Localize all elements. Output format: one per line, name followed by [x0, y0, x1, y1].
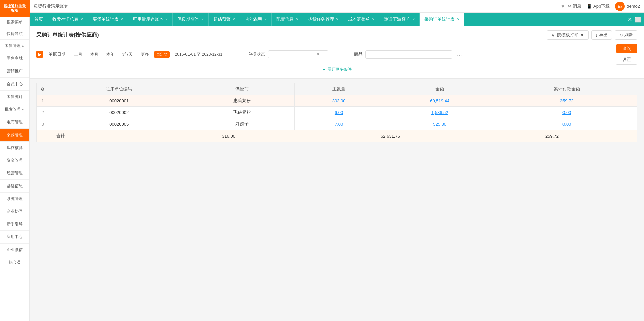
- tab-cost-adjust[interactable]: 成本调整单 ×: [343, 13, 379, 26]
- paid-link[interactable]: 0.00: [562, 110, 571, 115]
- sidebar-item-ecommerce[interactable]: 电商管理: [0, 116, 29, 129]
- amount-link[interactable]: 60,519.44: [430, 98, 449, 103]
- expand-button[interactable]: ▼ 展开更多条件: [322, 67, 352, 72]
- sidebar-item-label: 零售管理: [5, 43, 21, 49]
- refresh-button[interactable]: ↻ 刷新: [615, 30, 637, 40]
- tab-home[interactable]: 首页: [30, 13, 48, 26]
- qty-link[interactable]: 303.00: [332, 98, 346, 103]
- tab-label: 功能说明: [245, 16, 262, 22]
- close-icon[interactable]: ×: [165, 17, 168, 22]
- tab-label: 邀请下游客户: [384, 16, 410, 22]
- amount-link[interactable]: 1,586.52: [431, 110, 448, 115]
- export-icon: ↓: [596, 33, 598, 38]
- paid-link[interactable]: 259.72: [560, 98, 574, 103]
- date-pill-this-month[interactable]: 本月: [87, 51, 101, 58]
- tab-usable-inventory[interactable]: 可用量库存账本 ×: [128, 13, 173, 26]
- topbar-message[interactable]: ✉ 消息: [568, 3, 581, 9]
- sidebar-item-finance[interactable]: 资金管理: [0, 154, 29, 167]
- content-area: 采购订单统计表(按供应商) 🖨 按模板打印 ▼ ↓ 导出 ↻ 刷新: [30, 26, 644, 321]
- topbar-app-download[interactable]: 📱 App下载: [587, 3, 610, 9]
- cell-index: 3: [37, 118, 49, 130]
- close-icon[interactable]: ×: [336, 17, 338, 22]
- tab-pick-task[interactable]: 拣货任务管理 ×: [303, 13, 343, 26]
- sidebar-item-wholesale[interactable]: 批发管理 ▼: [0, 103, 29, 116]
- goods-input[interactable]: [365, 50, 452, 59]
- topbar-dropdown-icon[interactable]: ▼: [561, 4, 565, 9]
- qty-link[interactable]: 6.00: [335, 110, 343, 115]
- close-icon[interactable]: ×: [201, 17, 204, 22]
- close-icon[interactable]: ×: [233, 17, 235, 22]
- sidebar-search[interactable]: 搜索菜单: [0, 17, 29, 28]
- close-icon[interactable]: ×: [80, 17, 83, 22]
- gear-icon[interactable]: ⚙: [41, 87, 45, 92]
- tab-warranty-query[interactable]: 保质期查询 ×: [173, 13, 209, 26]
- filter-toggle-button[interactable]: ▶: [36, 51, 43, 58]
- footer-paid: 259.72: [471, 133, 633, 139]
- close-icon[interactable]: ×: [412, 17, 415, 22]
- status-filter-label: 单据状态: [248, 51, 265, 57]
- tab-invite-downstream[interactable]: 邀请下游客户 ×: [379, 13, 420, 26]
- date-pill-last-month[interactable]: 上月: [71, 51, 85, 58]
- topbar-right: ✉ 消息 📱 App下载 Ea demo2: [568, 2, 640, 11]
- sidebar-quick-nav[interactable]: 快捷导航: [0, 28, 29, 40]
- more-icon[interactable]: …: [457, 51, 462, 57]
- close-icon[interactable]: ×: [457, 17, 459, 22]
- close-window-icon[interactable]: ✕: [628, 16, 632, 23]
- amount-link[interactable]: 525.80: [433, 122, 446, 127]
- sidebar-item-wechat[interactable]: 企业微信: [0, 244, 29, 256]
- sidebar-item-basic[interactable]: 基础信息: [0, 180, 29, 193]
- app-label: App下载: [593, 3, 610, 9]
- sidebar-item-enterprise[interactable]: 企业协同: [0, 205, 29, 218]
- sidebar-item-guide[interactable]: 新手引导: [0, 218, 29, 231]
- cell-supplier: 飞鹤奶粉: [190, 107, 295, 118]
- tab-config-info[interactable]: 配置信息 ×: [272, 13, 303, 26]
- sidebar-item-label: 批发管理: [5, 107, 21, 112]
- tab-purchase-order-stat[interactable]: 采购订单统计表 ×: [420, 13, 464, 26]
- sidebar-item-system[interactable]: 系统管理: [0, 193, 29, 205]
- date-pills: 上月 本月 本年 近7天 更多 自定义: [71, 51, 170, 58]
- close-icon[interactable]: ×: [372, 17, 374, 22]
- tab-receive-summary[interactable]: 收发存汇总表 ×: [48, 13, 88, 26]
- print-button[interactable]: 🖨 按模板打印 ▼: [547, 30, 589, 40]
- sidebar-item-app-center[interactable]: 应用中心: [0, 231, 29, 244]
- date-pill-this-year[interactable]: 本年: [103, 51, 117, 58]
- date-pill-more[interactable]: 更多: [138, 51, 152, 58]
- tab-func-desc[interactable]: 功能说明 ×: [240, 13, 272, 26]
- chevron-down-icon: ▼: [580, 33, 584, 38]
- qty-link[interactable]: 7.00: [335, 122, 343, 127]
- paid-link[interactable]: 0.00: [562, 122, 571, 127]
- maximize-icon[interactable]: ⬜: [635, 16, 641, 23]
- tab-overstock-warning[interactable]: 超储预警 ×: [209, 13, 240, 26]
- close-icon[interactable]: ×: [264, 17, 267, 22]
- date-pill-custom[interactable]: 自定义: [154, 51, 170, 58]
- message-label: 消息: [573, 3, 581, 9]
- status-filter: 单据状态 ▼: [248, 50, 328, 58]
- close-icon[interactable]: ×: [296, 17, 298, 22]
- date-pill-last-7-days[interactable]: 近7天: [119, 51, 136, 58]
- export-button[interactable]: ↓ 导出: [591, 30, 612, 40]
- sidebar-item-purchase[interactable]: 采购管理: [0, 129, 29, 142]
- close-icon[interactable]: ×: [121, 17, 123, 22]
- sidebar-item-retail[interactable]: 零售管理 ▲: [0, 40, 29, 52]
- sidebar-item-retail-shop[interactable]: 零售商城: [0, 52, 29, 65]
- chevron-down-icon: ▲: [21, 44, 25, 48]
- page-title-row: 采购订单统计表(按供应商) 🖨 按模板打印 ▼ ↓ 导出 ↻ 刷新: [36, 30, 637, 40]
- sidebar-item-member[interactable]: 会员中心: [0, 78, 29, 91]
- settings-button[interactable]: 设置: [616, 55, 637, 65]
- sidebar-item-member2[interactable]: 畅会员: [0, 256, 29, 269]
- filter-row: ▶ 单据日期 上月 本月 本年 近7天 更多 自定义 2016-01-01 至 …: [36, 44, 637, 65]
- tab-purchase-stat[interactable]: 要货单统计表 ×: [88, 13, 128, 26]
- sidebar-logo: 畅捷通好生意标版: [0, 0, 30, 17]
- query-button[interactable]: 查询: [616, 44, 637, 53]
- cell-qty: 6.00: [295, 107, 383, 118]
- sidebar-item-retail-stat[interactable]: 零售统计: [0, 91, 29, 103]
- sidebar-item-operation[interactable]: 经营管理: [0, 167, 29, 180]
- topbar-user[interactable]: Ea demo2: [615, 2, 640, 11]
- goods-filter-label: 商品: [354, 51, 363, 57]
- status-select[interactable]: ▼: [268, 50, 328, 58]
- topbar: 母婴行业演示账套 ▼ ✉ 消息 📱 App下载 Ea demo2: [30, 0, 644, 13]
- refresh-icon: ↻: [619, 33, 623, 38]
- sidebar-item-inventory[interactable]: 库存核算: [0, 142, 29, 154]
- footer-qty: 316.00: [74, 133, 310, 139]
- sidebar-item-marketing[interactable]: 营销推广: [0, 65, 29, 78]
